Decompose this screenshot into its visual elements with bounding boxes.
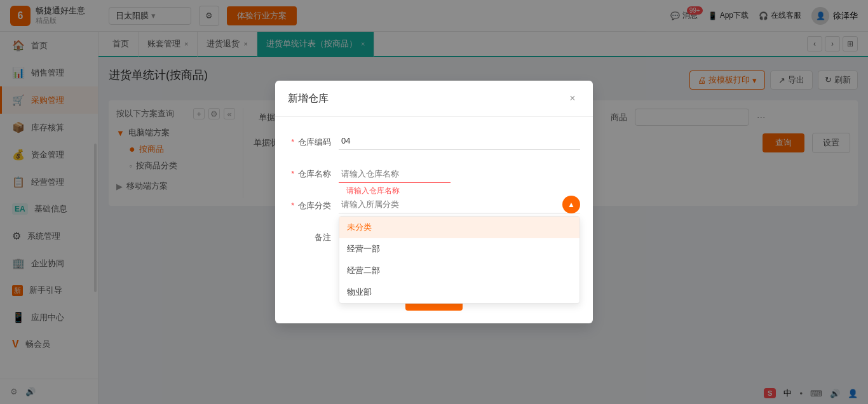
code-label-text: 仓库编码 [298,137,331,147]
category-dropdown-list: 未分类 经营一部 经营二部 物业部 [339,216,580,304]
code-label: * 仓库编码 [288,132,339,152]
name-input[interactable] [339,165,451,183]
dialog-title: 新增仓库 [288,92,329,105]
dropdown-item-uncategorized[interactable]: 未分类 [339,217,580,238]
dropdown-item-property[interactable]: 物业部 [339,281,580,303]
category-label: * 仓库分类 [288,196,339,216]
category-dropdown-button[interactable]: ▲ [562,196,580,213]
dialog-body: * 仓库编码 * 仓库名称 请输入仓库名称 * [275,117,593,281]
dialog-close-button[interactable]: × [565,91,580,106]
name-label-text: 仓库名称 [298,169,331,178]
required-star-category: * [291,201,294,210]
add-warehouse-dialog: 新增仓库 × * 仓库编码 * 仓库名称 [275,81,593,323]
form-row-code: * 仓库编码 [288,132,580,152]
name-error-tip: 请输入仓库名称 [346,185,400,196]
dropdown-item-operation1[interactable]: 经营一部 [339,238,580,260]
required-star-name: * [291,169,294,178]
note-label: 备注 [288,227,339,248]
modal-overlay: 新增仓库 × * 仓库编码 * 仓库名称 [0,0,868,404]
category-select-wrapper: ▲ 未分类 经营一部 经营二部 物业部 [339,196,580,213]
name-label: * 仓库名称 [288,164,339,184]
category-label-text: 仓库分类 [298,201,331,210]
form-row-name: * 仓库名称 请输入仓库名称 [288,164,580,184]
required-star: * [291,137,294,147]
form-row-category: * 仓库分类 ▲ 未分类 经营一部 经营二部 物业部 [288,196,580,216]
dialog-header: 新增仓库 × [275,81,593,117]
category-input[interactable] [339,196,580,213]
code-input[interactable] [339,132,580,150]
dropdown-item-operation2[interactable]: 经营二部 [339,260,580,281]
